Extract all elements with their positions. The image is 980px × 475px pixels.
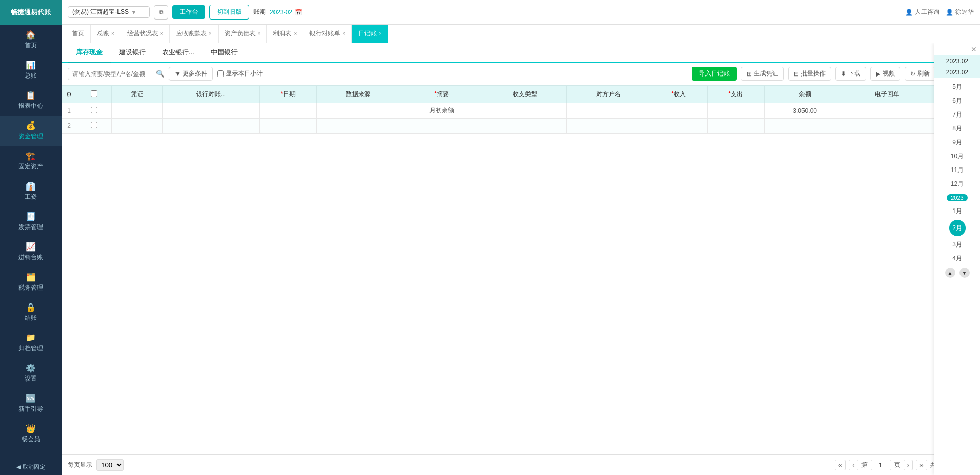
tab-ledger[interactable]: 总账 ×: [91, 25, 121, 43]
cell-row-num-1: 1: [62, 103, 76, 119]
tab-business-status[interactable]: 经营状况表 ×: [121, 25, 170, 43]
year-badge[interactable]: 2023: [947, 194, 967, 201]
tab-receivable-close[interactable]: ×: [209, 31, 212, 36]
month-picker-close-button[interactable]: ✕: [971, 45, 977, 53]
table-row: 2: [62, 119, 980, 134]
video-button[interactable]: ▶ 视频: [870, 67, 900, 81]
tab-ledger-close[interactable]: ×: [111, 31, 114, 36]
month-year-header-1[interactable]: 2023.02: [934, 55, 980, 67]
tab-profit-close[interactable]: ×: [293, 31, 297, 36]
col-settings[interactable]: ⚙: [62, 86, 76, 103]
show-daily-input[interactable]: [217, 70, 224, 77]
month-3[interactable]: 3月: [934, 238, 980, 252]
col-source: 数据来源: [317, 86, 400, 103]
row-checkbox-1[interactable]: [91, 107, 97, 113]
download-button[interactable]: ⬇ 下载: [835, 67, 866, 81]
calendar-icon[interactable]: 📅: [295, 9, 302, 16]
cell-counterpart-1: [566, 103, 650, 119]
cell-checkbox-1[interactable]: [76, 103, 112, 119]
next-page-button[interactable]: ›: [904, 460, 913, 470]
company-selector[interactable]: (勿易) 江西超宝-LSS ▼: [68, 6, 150, 18]
sidebar-item-assets[interactable]: 🏗️ 固定资产: [0, 146, 62, 176]
last-page-button[interactable]: »: [916, 460, 927, 470]
prev-page-button[interactable]: ‹: [849, 460, 858, 470]
month-picker-up-icon[interactable]: ▲: [945, 268, 955, 278]
sidebar-item-invoice[interactable]: 🧾 发票管理: [0, 206, 62, 237]
tab-profit[interactable]: 利润表 ×: [267, 25, 303, 43]
workspace-button[interactable]: 工作台: [172, 5, 205, 19]
period-label: 账期: [253, 8, 266, 16]
cell-checkbox-2[interactable]: [76, 119, 112, 134]
generate-voucher-button[interactable]: ⊞ 生成凭证: [741, 67, 784, 81]
month-8[interactable]: 8月: [934, 122, 980, 136]
tab-receivable-label: 应收账款表: [176, 29, 207, 38]
month-picker-down-icon[interactable]: ▼: [959, 268, 970, 278]
month-7[interactable]: 7月: [934, 108, 980, 122]
col-checkbox[interactable]: [76, 86, 112, 103]
sidebar-item-report[interactable]: 📋 报表中心: [0, 85, 62, 116]
tab-balance-close[interactable]: ×: [258, 31, 261, 36]
home-icon: 🏠: [26, 30, 36, 40]
sidebar-item-vip[interactable]: 👑 畅会员: [0, 419, 62, 449]
sub-tab-agriculture[interactable]: 农业银行...: [154, 43, 203, 63]
tab-bank-statement[interactable]: 银行对账单 ×: [303, 25, 352, 43]
per-page-select[interactable]: 100 50 200: [96, 459, 124, 471]
copy-button[interactable]: ⧉: [154, 5, 168, 20]
sidebar-item-guide[interactable]: 🆕 新手引导: [0, 388, 62, 419]
user-icon: 👤: [946, 9, 953, 16]
tab-home[interactable]: 首页: [66, 25, 91, 43]
unpin-button[interactable]: ◀ 取消固定: [0, 459, 62, 475]
cell-ereceipt-1: [846, 103, 929, 119]
select-all-checkbox[interactable]: [91, 90, 97, 97]
sidebar-item-close[interactable]: 🔒 结账: [0, 297, 62, 328]
batch-ops-label: 批量操作: [801, 69, 826, 78]
month-5[interactable]: 5月: [934, 80, 980, 94]
filter-button[interactable]: ▼ 更多条件: [169, 67, 213, 81]
month-12[interactable]: 12月: [934, 177, 980, 191]
month-10[interactable]: 10月: [934, 149, 980, 163]
search-button[interactable]: 🔍: [156, 70, 165, 78]
assets-icon: 🏗️: [26, 151, 36, 161]
page-input[interactable]: [871, 460, 891, 470]
tab-bank-statement-close[interactable]: ×: [342, 31, 345, 36]
page-label-post: 页: [894, 461, 900, 469]
sub-tab-cash[interactable]: 库存现金: [68, 43, 111, 63]
tab-balance[interactable]: 资产负债表 ×: [219, 25, 267, 43]
unpin-icon: ◀: [16, 464, 21, 470]
month-9[interactable]: 9月: [934, 136, 980, 149]
sidebar-item-settings[interactable]: ⚙️ 设置: [0, 358, 62, 388]
first-page-button[interactable]: «: [835, 460, 846, 470]
month-2-active[interactable]: 2月: [949, 220, 966, 236]
col-bank-reconcile: 银行对账...: [162, 86, 259, 103]
sidebar-item-salary[interactable]: 👔 工资: [0, 176, 62, 206]
sidebar-item-home[interactable]: 🏠 首页: [0, 25, 62, 55]
tab-journal-close[interactable]: ×: [379, 31, 382, 36]
tab-receivable[interactable]: 应收账款表 ×: [170, 25, 219, 43]
tab-business-status-close[interactable]: ×: [160, 31, 163, 36]
row-checkbox-2[interactable]: [91, 122, 97, 128]
col-income: *收入: [650, 86, 707, 103]
sub-tab-construction[interactable]: 建设银行: [111, 43, 154, 63]
month-6[interactable]: 6月: [934, 94, 980, 108]
month-year-header-2[interactable]: 2023.02: [934, 67, 980, 78]
refresh-button[interactable]: ↻ 刷新: [905, 67, 935, 81]
sidebar-item-ledger[interactable]: 📊 总账: [0, 55, 62, 85]
batch-ops-button[interactable]: ⊟ 批量操作: [788, 67, 831, 81]
vip-icon: 👑: [26, 424, 36, 433]
search-input[interactable]: [68, 68, 170, 80]
user-button[interactable]: 👤 徐逗华: [946, 8, 974, 16]
sidebar-item-finance[interactable]: 💰 资金管理: [0, 116, 62, 146]
sidebar-item-archive[interactable]: 📁 归档管理: [0, 328, 62, 358]
month-4[interactable]: 4月: [934, 252, 980, 265]
service-button[interactable]: 👤 人工咨询: [905, 8, 939, 16]
month-1[interactable]: 1月: [934, 204, 980, 218]
import-button[interactable]: 导入日记账: [692, 67, 737, 81]
switch-old-button[interactable]: 切到旧版: [209, 5, 249, 20]
sidebar-item-sales[interactable]: 📈 进销台账: [0, 237, 62, 267]
sidebar-item-tax[interactable]: 🗂️ 税务管理: [0, 267, 62, 297]
month-11[interactable]: 11月: [934, 163, 980, 177]
show-daily-checkbox[interactable]: 显示本日小计: [217, 69, 263, 78]
tab-journal[interactable]: 日记账 ×: [352, 25, 388, 43]
sub-tab-china[interactable]: 中国银行: [203, 43, 246, 63]
cell-bank-reconcile-1: [162, 103, 259, 119]
